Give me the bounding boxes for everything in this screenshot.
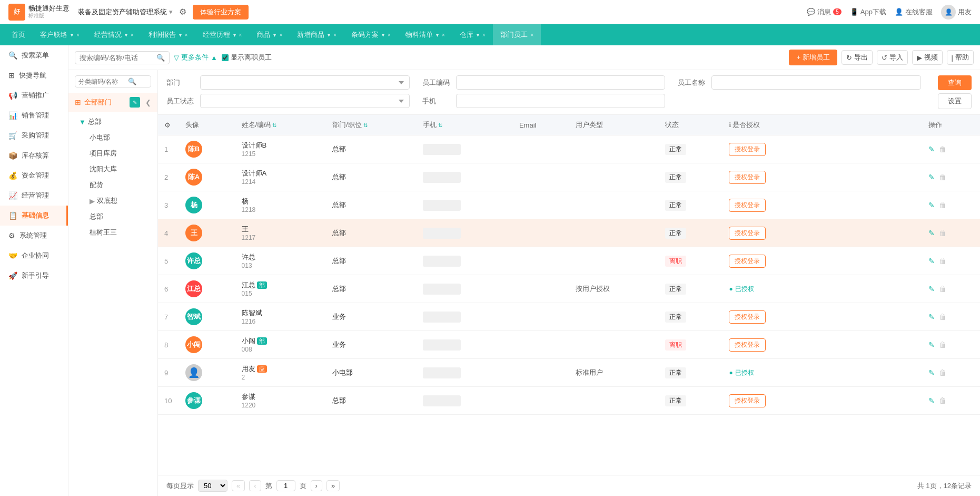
tab-barcode[interactable]: 条码方案▾× xyxy=(344,24,398,45)
more-filter-btn[interactable]: ▽ 更多条件 ▲ xyxy=(174,53,217,62)
online-service-btn[interactable]: 👤 在线客服 xyxy=(895,7,933,17)
next-page-btn[interactable]: › xyxy=(311,480,322,491)
dept-edit-icon[interactable]: ✎ xyxy=(130,97,140,108)
sidebar-item-nav[interactable]: ⊞ 快捷导航 xyxy=(0,65,68,85)
filter-emp-code-input[interactable] xyxy=(456,75,666,90)
tab-close[interactable]: × xyxy=(442,32,445,38)
dept-node-xiaodian[interactable]: 小电部 xyxy=(77,130,157,145)
dept-node-general[interactable]: ▼ 总部 xyxy=(68,114,157,130)
tab-dept-employee[interactable]: 部门员工× xyxy=(493,24,541,45)
filter-status-select[interactable] xyxy=(200,94,410,108)
auth-login-btn[interactable]: 授权登录 xyxy=(729,255,766,268)
delete-btn[interactable]: 🗑 xyxy=(939,145,946,153)
help-btn[interactable]: | 帮助 xyxy=(947,50,974,65)
tab-history[interactable]: 经营历程▾× xyxy=(195,24,250,45)
tab-bom[interactable]: 物料清单▾× xyxy=(398,24,452,45)
delete-btn[interactable]: 🗑 xyxy=(939,229,946,237)
edit-btn[interactable]: ✎ xyxy=(928,313,935,321)
tab-close[interactable]: × xyxy=(185,32,188,38)
tab-close[interactable]: × xyxy=(131,32,134,38)
page-size-select[interactable]: 50 10 20 100 xyxy=(198,480,227,492)
tab-close[interactable]: × xyxy=(279,32,282,38)
query-button[interactable]: 查询 xyxy=(938,75,972,90)
dept-node-distribution[interactable]: 配货 xyxy=(77,177,157,193)
col-name-code[interactable]: 姓名/编码⇅ xyxy=(235,115,326,135)
last-page-btn[interactable]: » xyxy=(326,480,340,491)
edit-btn[interactable]: ✎ xyxy=(928,201,935,209)
search-box[interactable]: 🔍 xyxy=(75,51,170,64)
auth-login-btn[interactable]: 授权登录 xyxy=(729,338,766,352)
trial-button[interactable]: 体验行业方案 xyxy=(193,5,249,20)
search-input[interactable] xyxy=(80,54,153,62)
delete-btn[interactable]: 🗑 xyxy=(939,173,946,181)
dept-all-item[interactable]: ⊞ 全部部门 ✎ ❮ xyxy=(68,93,157,112)
add-employee-button[interactable]: + 新增员工 xyxy=(789,50,837,65)
delete-btn[interactable]: 🗑 xyxy=(939,396,946,405)
col-settings[interactable]: ⚙ xyxy=(158,115,179,135)
tab-customer[interactable]: 客户联络▾× xyxy=(33,24,87,45)
auth-login-btn[interactable]: 授权登录 xyxy=(729,227,766,240)
delete-btn[interactable]: 🗑 xyxy=(939,341,946,349)
dept-node-hq[interactable]: 总部 xyxy=(77,209,157,225)
user-avatar[interactable]: 👤 用友 xyxy=(941,5,972,20)
tab-close[interactable]: × xyxy=(531,32,534,38)
dept-node-plant[interactable]: 植树王三 xyxy=(77,225,157,240)
tab-home[interactable]: 首页 xyxy=(4,24,33,45)
edit-btn[interactable]: ✎ xyxy=(928,341,935,349)
delete-btn[interactable]: 🗑 xyxy=(939,257,946,265)
tab-warehouse[interactable]: 仓库▾× xyxy=(452,24,493,45)
tab-operation[interactable]: 经营情况▾× xyxy=(87,24,141,45)
tab-goods[interactable]: 商品▾× xyxy=(249,24,290,45)
edit-btn[interactable]: ✎ xyxy=(928,173,935,181)
auth-login-btn[interactable]: 授权登录 xyxy=(729,199,766,212)
sidebar-item-inventory[interactable]: 📦 库存核算 xyxy=(0,145,68,166)
sidebar-item-management[interactable]: 📈 经营管理 xyxy=(0,186,68,206)
sidebar-item-sales[interactable]: 📊 销售管理 xyxy=(0,105,68,125)
sidebar-item-guide[interactable]: 🚀 新手引导 xyxy=(0,266,68,286)
sidebar-item-system[interactable]: ⚙ 系统管理 xyxy=(0,226,68,246)
import-btn[interactable]: ↺ 导入 xyxy=(877,50,908,65)
col-phone[interactable]: 手机⇅ xyxy=(417,115,513,135)
tab-add-goods[interactable]: 新增商品▾× xyxy=(290,24,344,45)
auth-login-btn[interactable]: 授权登录 xyxy=(729,143,766,156)
sidebar-item-marketing[interactable]: 📢 营销推广 xyxy=(0,85,68,105)
auth-login-btn[interactable]: 授权登录 xyxy=(729,310,766,324)
sidebar-item-basic-info[interactable]: 📋 基础信息 xyxy=(0,206,68,226)
tab-close[interactable]: × xyxy=(333,32,336,38)
delete-btn[interactable]: 🗑 xyxy=(939,285,946,293)
filter-phone-input[interactable] xyxy=(456,94,666,108)
page-input[interactable] xyxy=(276,480,295,491)
delete-btn[interactable]: 🗑 xyxy=(939,313,946,321)
sidebar-item-finance[interactable]: 💰 资金管理 xyxy=(0,166,68,186)
show-resigned-checkbox[interactable] xyxy=(222,54,229,61)
filter-emp-name-input[interactable] xyxy=(711,75,921,90)
filter-dept-select[interactable] xyxy=(200,75,410,90)
dept-search-box[interactable]: 🔍 xyxy=(75,75,151,87)
reset-button[interactable]: 设置 xyxy=(938,93,972,109)
dept-node-shenyang[interactable]: 沈阳大库 xyxy=(77,161,157,177)
delete-btn[interactable]: 🗑 xyxy=(939,368,946,377)
prev-page-btn[interactable]: ‹ xyxy=(249,480,261,491)
edit-btn[interactable]: ✎ xyxy=(928,368,935,377)
edit-btn[interactable]: ✎ xyxy=(928,229,935,237)
view-btn[interactable]: ▶ 视频 xyxy=(912,50,943,65)
tab-close[interactable]: × xyxy=(239,32,242,38)
app-download-btn[interactable]: 📱 App下载 xyxy=(850,7,886,17)
dept-node-double[interactable]: ▶ 双底想 xyxy=(77,193,157,209)
sidebar-item-collab[interactable]: 🤝 企业协同 xyxy=(0,246,68,266)
first-page-btn[interactable]: « xyxy=(232,480,245,491)
col-dept-pos[interactable]: 部门/职位⇅ xyxy=(326,115,417,135)
show-resigned-label[interactable]: 显示离职员工 xyxy=(222,53,272,62)
tab-close[interactable]: × xyxy=(482,32,486,38)
settings-icon[interactable]: ⚙ xyxy=(179,7,186,17)
tab-close[interactable]: × xyxy=(388,32,391,38)
export-btn[interactable]: ↻ 导出 xyxy=(842,50,873,65)
dept-search-input[interactable] xyxy=(78,78,126,85)
edit-btn[interactable]: ✎ xyxy=(928,396,935,405)
edit-btn[interactable]: ✎ xyxy=(928,257,935,265)
tab-profit[interactable]: 利润报告▾× xyxy=(141,24,195,45)
sidebar-item-search[interactable]: 🔍 搜索菜单 xyxy=(0,45,68,65)
auth-login-btn[interactable]: 授权登录 xyxy=(729,171,766,184)
delete-btn[interactable]: 🗑 xyxy=(939,201,946,209)
edit-btn[interactable]: ✎ xyxy=(928,285,935,293)
